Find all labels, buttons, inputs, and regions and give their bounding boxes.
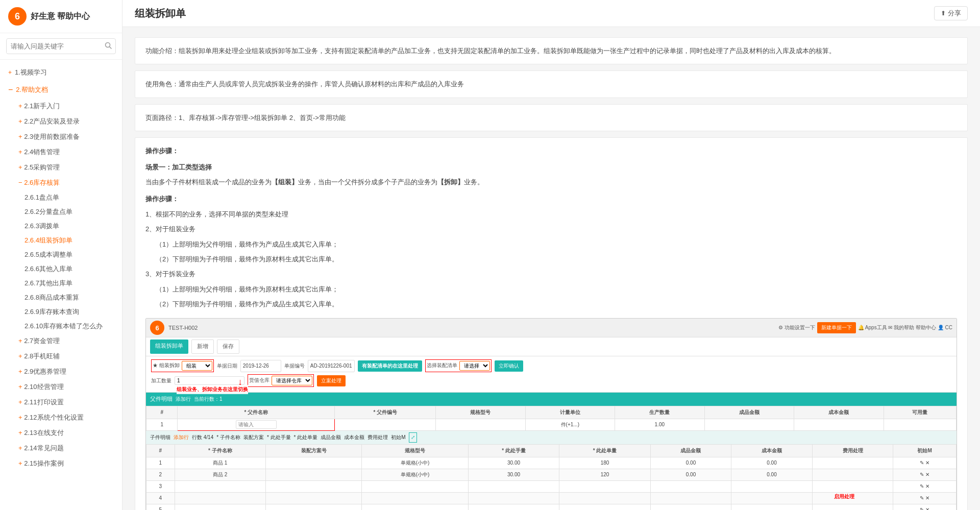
row-delete-4[interactable]: ✕	[925, 495, 929, 501]
search-area	[0, 33, 122, 60]
sidebar-item-assemble-disassemble[interactable]: 2.6.4组装拆卸单	[18, 233, 122, 248]
child-expand[interactable]: ⤢	[409, 432, 417, 443]
plus-icon: +	[8, 69, 12, 76]
inner-tabs: 组装拆卸单 新增 保存	[146, 337, 957, 356]
cth-qty2: * 此处单量	[559, 445, 650, 457]
row-spec	[436, 419, 526, 431]
plus-icon-f: +	[18, 337, 22, 345]
sidebar-item-other-in[interactable]: 2.6.6其他入库单	[18, 262, 122, 276]
row-delete-2[interactable]: ✕	[925, 472, 929, 477]
annotation-has-bom: 有装配清单的在这里处理	[358, 360, 422, 372]
parent-label: 父件明细	[150, 394, 173, 404]
cth-num: #	[146, 445, 175, 457]
sidebar-item-help-docs[interactable]: − 2.帮助文档	[0, 81, 122, 99]
confirm-btn[interactable]: 立即确认	[495, 360, 523, 372]
row-edit-2[interactable]: ✎	[920, 472, 924, 477]
sidebar-item-cost-adjust[interactable]: 2.6.5成本调整单	[18, 248, 122, 262]
child-cost-label: 成品金额	[321, 433, 341, 442]
sidebar-item-data-prep[interactable]: + 2.3使用前数据准备	[12, 129, 122, 144]
sidebar-item-stock-check[interactable]: 2.6.1盘点单	[18, 190, 122, 205]
sidebar-item-cases[interactable]: + 2.15操作案例	[12, 456, 122, 471]
sidebar-sub-sub-items: 2.6.1盘点单 2.6.2分量盘点单 2.6.3调拨单 2.6.4组装拆卸单 …	[12, 190, 122, 333]
sidebar-item-stock-error[interactable]: 2.6.10库存账本错了怎么办	[18, 319, 122, 333]
row-edit-4[interactable]: ✎	[920, 495, 924, 501]
sidebar-item-partial-check[interactable]: 2.6.2分量盘点单	[18, 205, 122, 219]
sidebar-item-cost-recalc[interactable]: 2.6.8商品成本重算	[18, 290, 122, 305]
th-num: #	[146, 406, 178, 419]
share-button[interactable]: ⬆ 分享	[934, 6, 968, 20]
sidebar-item-video[interactable]: + 1.视频学习	[0, 64, 122, 81]
plus-icon-small: +	[18, 102, 22, 110]
count-label: 加工数量	[151, 376, 172, 385]
steps-title: 操作步骤：	[145, 145, 957, 157]
sidebar-item-personalize[interactable]: + 2.12系统个性化设置	[12, 410, 122, 425]
step3-1: （1）上部明细为父件明细，最终作为原材料生成其它出库单；	[145, 283, 957, 295]
sidebar-item-online-pay[interactable]: + 2.13在线支付	[12, 425, 122, 441]
warehouse-box[interactable]: 货值仓库 请选择仓库	[248, 374, 314, 387]
inner-app: 6 TEST-H002 ⚙ 功能设置一下 新建单据一下 🔔 Apps工具 ✉ 我…	[146, 319, 957, 510]
child-bom-label: 装配方案	[243, 433, 264, 442]
row-delete-5[interactable]: ✕	[925, 507, 929, 510]
logo-text: 好生意 帮助中心	[31, 11, 90, 22]
sidebar-item-inventory[interactable]: − 2.6库存核算	[12, 175, 122, 190]
th-name: * 父件名称	[178, 406, 335, 419]
search-box	[6, 38, 116, 54]
sidebar-item-newcomer[interactable]: + 2.1新手入门	[12, 99, 122, 114]
sidebar-item-other-out[interactable]: 2.6.7其他出库单	[18, 276, 122, 290]
share-label: 分享	[948, 9, 961, 18]
row-unit: 件(+1...)	[525, 419, 615, 431]
inner-tab-save[interactable]: 保存	[217, 339, 239, 354]
row-delete-3[interactable]: ✕	[925, 483, 929, 489]
count-input[interactable]	[175, 376, 244, 385]
inner-tab-new[interactable]: 新增	[191, 339, 214, 354]
inner-toolbar-label: ⚙ 功能设置一下	[778, 323, 815, 332]
th-qty: 生产数量	[615, 406, 705, 419]
sidebar-sub-items: + 2.1新手入门 + 2.2产品安装及登录 + 2.3使用前数据准备 + 2.…	[0, 99, 122, 471]
cth-qty1: * 此处手量	[468, 445, 559, 457]
row-edit-3[interactable]: ✎	[920, 483, 924, 489]
sidebar-item-faq[interactable]: + 2.14常见问题	[12, 441, 122, 456]
step1: 1、根据不同的业务，选择不同单据的类型来处理	[145, 208, 957, 220]
row-delete-1[interactable]: ✕	[925, 460, 929, 466]
sidebar-item-sales[interactable]: + 2.4销售管理	[12, 144, 122, 160]
child-action: 初始M	[391, 433, 405, 442]
sidebar-item-stock-ledger[interactable]: 2.6.9库存账本查询	[18, 305, 122, 319]
row-edit-1[interactable]: ✎	[920, 460, 924, 466]
sidebar-item-transfer[interactable]: 2.6.3调拨单	[18, 219, 122, 233]
inner-tab-assemble[interactable]: 组装拆卸单	[150, 339, 188, 354]
sidebar-item-mobile[interactable]: + 2.8手机旺辅	[12, 349, 122, 364]
share-icon: ⬆	[941, 10, 946, 17]
plus-icon-m: +	[18, 352, 22, 360]
search-input[interactable]	[7, 39, 101, 53]
bom-select[interactable]: 请选择	[459, 361, 490, 371]
inner-new-btn[interactable]: 新建单据一下	[817, 322, 856, 333]
add-row-label: 添加行	[176, 395, 191, 404]
type-selector[interactable]: ★ 组装拆卸 组装 拆卸	[151, 359, 214, 372]
apply-btn[interactable]: 立案处理	[317, 375, 346, 386]
sidebar-item-finance[interactable]: + 2.7资金管理	[12, 333, 122, 349]
child-cost2-label: 成本金额	[344, 433, 364, 442]
main-panel: 组装拆卸单 ⬆ 分享 功能介绍：组装拆卸单用来处理企业组装或拆卸等加工业务，支持…	[122, 0, 980, 510]
sidebar-item-coupon[interactable]: + 2.9优惠券管理	[12, 364, 122, 379]
type-select[interactable]: 组装 拆卸	[182, 361, 212, 371]
sidebar-item-install[interactable]: + 2.2产品安装及登录	[12, 114, 122, 129]
annotation-switch: 组装业务、拆卸业务在这里切换	[177, 385, 248, 394]
warehouse-label: 货值仓库	[249, 376, 270, 385]
bom-select-box[interactable]: 选择装配清单 请选择	[425, 359, 492, 372]
step3: 3、对于拆装业务	[145, 268, 957, 280]
child-row-4: 4 ✎ ✕	[146, 493, 957, 504]
sidebar-item-manage[interactable]: + 2.10经营管理	[12, 379, 122, 395]
inner-form-row2: 加工数量 货值仓库 请选择仓库 立案处理	[151, 374, 951, 387]
sidebar-item-print[interactable]: + 2.11打印设置	[12, 395, 122, 410]
scene1-steps-title: 操作步骤：	[145, 193, 957, 205]
plus-icon-ps: +	[18, 414, 22, 421]
row-edit-5[interactable]: ✎	[920, 507, 924, 510]
search-button[interactable]	[101, 39, 116, 54]
sidebar-item-purchase[interactable]: + 2.5采购管理	[12, 160, 122, 175]
parent-name-input[interactable]	[236, 420, 277, 429]
screenshot-container: 6 TEST-H002 ⚙ 功能设置一下 新建单据一下 🔔 Apps工具 ✉ 我…	[145, 318, 957, 510]
th-spec: 规格型号	[436, 406, 526, 419]
inner-breadcrumb: TEST-H002	[168, 323, 774, 333]
step2-1: （1）上部明细为父件明细，最终作为产成品生成其它入库单；	[145, 238, 957, 250]
warehouse-select[interactable]: 请选择仓库	[272, 376, 312, 385]
